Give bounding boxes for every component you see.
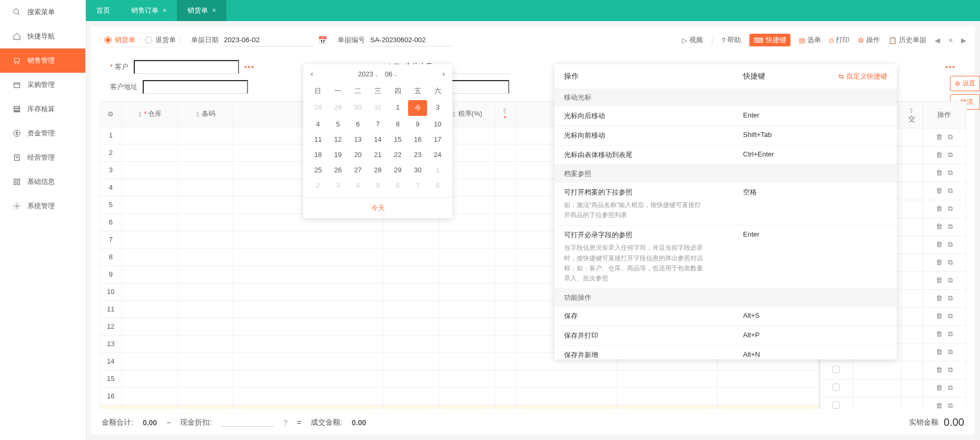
cal-day-other[interactable]: 5 xyxy=(369,178,388,192)
copy-icon[interactable]: ⧉ xyxy=(948,169,953,177)
sidebar-item-quicknav[interactable]: 快捷导航 xyxy=(0,24,85,48)
cal-day-other[interactable]: 4 xyxy=(349,178,368,192)
cal-day-other[interactable]: 3 xyxy=(329,178,348,192)
copy-icon[interactable]: ⧉ xyxy=(948,330,953,338)
cal-day[interactable]: 29 xyxy=(388,163,407,177)
delete-icon[interactable]: 🗑 xyxy=(936,402,943,409)
copy-icon[interactable]: ⧉ xyxy=(948,276,953,285)
cal-day[interactable]: 26 xyxy=(329,163,348,177)
cal-day[interactable]: 22 xyxy=(388,148,407,162)
tab-sales-invoice[interactable]: 销货单× xyxy=(177,0,226,21)
prev-icon[interactable]: ◀ xyxy=(935,36,940,44)
cal-today-button[interactable]: 今天 xyxy=(303,198,452,218)
cal-day[interactable]: 16 xyxy=(408,132,427,146)
more-button[interactable]: ••• xyxy=(244,63,255,71)
cal-day-other[interactable]: 8 xyxy=(428,178,447,192)
close-icon[interactable]: × xyxy=(212,7,216,14)
cal-day[interactable]: 1 xyxy=(388,100,407,116)
copy-icon[interactable]: ⧉ xyxy=(948,187,953,195)
copy-icon[interactable]: ⧉ xyxy=(948,133,953,141)
delete-icon[interactable]: 🗑 xyxy=(936,366,943,374)
cal-day[interactable]: 28 xyxy=(369,163,388,177)
tool-select-order[interactable]: ▤选单 xyxy=(799,35,821,45)
cal-day[interactable]: 6 xyxy=(349,117,368,131)
cal-day[interactable]: 3 xyxy=(428,100,447,116)
copy-icon[interactable]: ⧉ xyxy=(948,240,953,249)
cal-day[interactable]: 23 xyxy=(408,148,427,162)
custom-hotkey-button[interactable]: ⇆自定义快捷键 xyxy=(838,72,887,81)
cal-day-other[interactable]: 28 xyxy=(309,100,328,116)
cal-day[interactable]: 7 xyxy=(369,117,388,131)
copy-icon[interactable]: ⧉ xyxy=(948,384,953,392)
sidebar-item-business[interactable]: 经营管理 xyxy=(0,145,85,170)
cal-day[interactable]: 12 xyxy=(329,132,348,146)
cal-day[interactable]: 8 xyxy=(388,117,407,131)
customer-input[interactable] xyxy=(134,60,239,74)
delete-icon[interactable]: 🗑 xyxy=(936,294,943,302)
col-req[interactable]: * xyxy=(495,102,516,127)
gift-checkbox[interactable] xyxy=(833,402,840,409)
col-barcode[interactable]: 条码 xyxy=(177,102,233,127)
cal-day-other[interactable]: 7 xyxy=(408,178,427,192)
copy-icon[interactable]: ⧉ xyxy=(948,294,953,302)
cal-day-today[interactable]: 今 xyxy=(408,100,427,116)
tool-hotkey[interactable]: ⌨快捷键 xyxy=(749,34,790,46)
cal-day[interactable]: 9 xyxy=(408,117,427,131)
col-gear[interactable]: ⚙ xyxy=(100,102,122,127)
delete-icon[interactable]: 🗑 xyxy=(936,348,943,356)
delete-icon[interactable]: 🗑 xyxy=(936,384,943,392)
doc-date-input[interactable] xyxy=(223,34,314,46)
copy-icon[interactable]: ⧉ xyxy=(948,348,953,356)
sidebar-item-baseinfo[interactable]: 基础信息 xyxy=(0,170,85,194)
cal-day[interactable]: 20 xyxy=(349,148,368,162)
cal-day[interactable]: 11 xyxy=(309,132,328,146)
cal-prev-month[interactable]: ‹ xyxy=(311,70,313,78)
close-icon[interactable]: × xyxy=(163,7,166,14)
copy-icon[interactable]: ⧉ xyxy=(948,258,953,267)
cal-day[interactable]: 25 xyxy=(309,163,328,177)
copy-icon[interactable]: ⧉ xyxy=(948,366,953,374)
table-row[interactable]: 15 xyxy=(100,370,819,387)
delete-icon[interactable]: 🗑 xyxy=(936,312,943,320)
delete-icon[interactable]: 🗑 xyxy=(936,330,943,338)
cal-day[interactable]: 5 xyxy=(329,117,348,131)
cal-day[interactable]: 17 xyxy=(428,132,447,146)
cal-day-other[interactable]: 30 xyxy=(349,100,368,116)
next-icon[interactable]: ▶ xyxy=(961,36,966,44)
sidebar-item-sales[interactable]: 销售管理 xyxy=(0,48,85,73)
delete-icon[interactable]: 🗑 xyxy=(936,151,943,159)
cal-day[interactable]: 27 xyxy=(349,163,368,177)
tab-home[interactable]: 首页 xyxy=(86,0,121,21)
gift-checkbox[interactable] xyxy=(833,366,840,373)
address-input[interactable] xyxy=(143,80,248,94)
col-warehouse[interactable]: *仓库 xyxy=(122,102,177,127)
cal-day-other[interactable]: 1 xyxy=(428,163,447,177)
content-more[interactable]: ••• xyxy=(945,63,956,71)
cal-day[interactable]: 15 xyxy=(388,132,407,146)
tab-sales-order[interactable]: 销售订单× xyxy=(121,0,177,21)
copy-icon[interactable]: ⧉ xyxy=(948,222,953,231)
copy-icon[interactable]: ⧉ xyxy=(948,151,953,159)
col-delivery[interactable]: 交 xyxy=(901,102,923,129)
radio-sale[interactable]: 销货单 xyxy=(104,35,135,45)
delete-icon[interactable]: 🗑 xyxy=(936,169,943,177)
sidebar-item-search[interactable]: 搜索菜单 xyxy=(0,0,85,24)
delete-icon[interactable]: 🗑 xyxy=(936,222,943,231)
cal-day-other[interactable]: 6 xyxy=(388,178,407,192)
cal-month-select[interactable]: 06 xyxy=(385,70,398,78)
cal-day[interactable]: 21 xyxy=(369,148,388,162)
table-row[interactable]: 🗑⧉ xyxy=(820,379,966,397)
gift-checkbox[interactable] xyxy=(833,384,840,391)
tool-history[interactable]: 📋历史单据 xyxy=(888,35,926,45)
sidebar-item-funds[interactable]: 资金管理 xyxy=(0,121,85,145)
tool-operate[interactable]: ⚙操作 xyxy=(858,35,880,45)
sidebar-item-purchase[interactable]: 采购管理 xyxy=(0,73,85,97)
cal-day[interactable]: 24 xyxy=(428,148,447,162)
tool-print[interactable]: ⎙打印 xyxy=(829,35,849,45)
help-icon[interactable]: ? xyxy=(283,418,288,427)
cal-day-other[interactable]: 2 xyxy=(309,178,328,192)
cal-day[interactable]: 14 xyxy=(369,132,388,146)
settings-button[interactable]: ⚙设置 xyxy=(950,76,980,91)
delete-icon[interactable]: 🗑 xyxy=(936,240,943,249)
calendar-icon[interactable]: 📅 xyxy=(318,36,327,44)
